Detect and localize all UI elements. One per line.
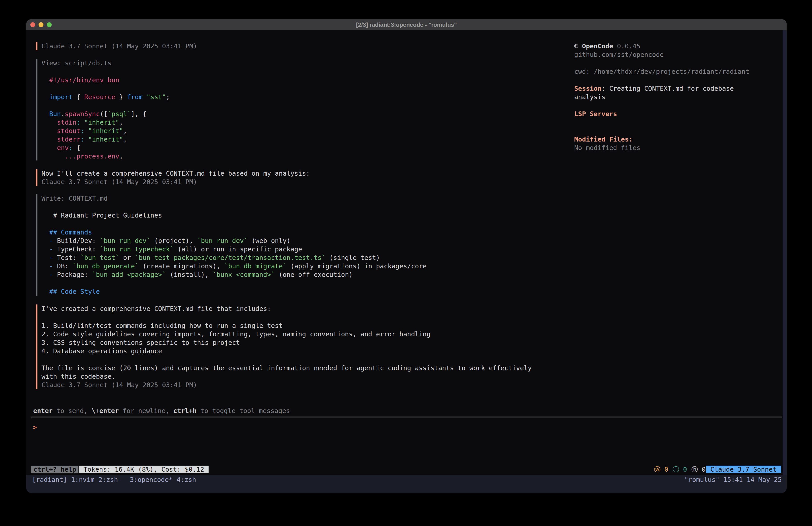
terminal-line: analysis bbox=[574, 93, 749, 101]
terminal-line: #!/usr/bin/env bun bbox=[41, 76, 170, 84]
terminal-line: # Radiant Project Guidelines bbox=[41, 211, 427, 219]
chat-block-tool-write-context-md: Write: CONTEXT.md # Radiant Project Guid… bbox=[36, 194, 427, 296]
terminal-line: The file is concise (20 lines) and captu… bbox=[41, 364, 532, 372]
terminal-line: © OpenCode 0.0.45 bbox=[574, 42, 749, 51]
terminal-line: Claude 3.7 Sonnet (14 May 2025 03:41 PM) bbox=[41, 381, 532, 389]
terminal-line: LSP Servers bbox=[574, 110, 749, 118]
terminal-line bbox=[574, 101, 749, 110]
terminal-line bbox=[41, 84, 170, 93]
terminal-line: 4. Database operations guidance bbox=[41, 347, 532, 355]
terminal-line bbox=[41, 203, 427, 211]
session-sidebar: © OpenCode 0.0.45github.com/sst/opencode… bbox=[574, 42, 749, 152]
terminal-line bbox=[574, 127, 749, 135]
terminal-line: stderr: "inherit", bbox=[41, 135, 170, 144]
terminal-line: I've created a comprehensive CONTEXT.md … bbox=[41, 304, 532, 313]
tmux-window-4zsh[interactable]: 4:zsh bbox=[177, 476, 196, 483]
scrollbar-track[interactable] bbox=[783, 30, 787, 475]
terminal-line bbox=[41, 101, 170, 110]
warning-count-icon: ⓦ 0 bbox=[654, 466, 668, 473]
terminal-line: View: script/db.ts bbox=[41, 59, 170, 67]
terminal-line: - Test: `bun test` or `bun test packages… bbox=[41, 253, 427, 262]
window-title: [2/3] radiant:3:opencode - "romulus" bbox=[26, 19, 787, 30]
terminal-line: enter to send, \+enter for newline, ctrl… bbox=[33, 407, 290, 415]
terminal-line: ...process.env, bbox=[41, 152, 170, 160]
terminal-line: Now I'll create a comprehensive CONTEXT.… bbox=[41, 169, 310, 177]
terminal-line bbox=[41, 219, 427, 228]
terminal-line: stdout: "inherit", bbox=[41, 127, 170, 135]
terminal-line: with this codebase. bbox=[41, 372, 532, 381]
terminal-line bbox=[574, 76, 749, 84]
tmux-window-3opencode[interactable]: 3:opencode* bbox=[130, 476, 173, 483]
chat-block-message-header-1: Claude 3.7 Sonnet (14 May 2025 03:41 PM) bbox=[36, 42, 197, 51]
terminal-line bbox=[41, 279, 427, 287]
model-badge: Claude 3.7 Sonnet bbox=[706, 466, 781, 473]
terminal-line: - DB: `bun db generate` (create migratio… bbox=[41, 262, 427, 270]
terminal-line: Write: CONTEXT.md bbox=[41, 194, 427, 203]
tmux-window-1nvim[interactable]: 1:nvim bbox=[71, 476, 95, 483]
status-bar: ctrl+? help Tokens: 16.4K (8%), Cost: $0… bbox=[26, 466, 787, 473]
terminal-line: No modified files bbox=[574, 144, 749, 152]
terminal-line: Modified Files: bbox=[574, 135, 749, 144]
terminal-line: Claude 3.7 Sonnet (14 May 2025 03:41 PM) bbox=[41, 42, 197, 51]
terminal-line: - TypeCheck: `bun run typecheck` (all) o… bbox=[41, 245, 427, 253]
terminal-line: Bun.spawnSync([`psql`], { bbox=[41, 110, 170, 118]
prompt-caret: > bbox=[33, 424, 37, 431]
terminal-line: 1. Build/lint/test commands including ho… bbox=[41, 322, 532, 330]
diagnostics-counters: ⓦ 0ⓘ 0ⓗ 0 bbox=[654, 466, 710, 473]
chat-block-tool-view-db-ts: View: script/db.ts #!/usr/bin/env bun im… bbox=[36, 59, 170, 160]
terminal-screen: Claude 3.7 Sonnet (14 May 2025 03:41 PM)… bbox=[26, 30, 787, 493]
terminal-window: [2/3] radiant:3:opencode - "romulus" Cla… bbox=[26, 19, 787, 493]
window-titlebar[interactable]: [2/3] radiant:3:opencode - "romulus" bbox=[26, 19, 787, 30]
terminal-line: github.com/sst/opencode bbox=[574, 51, 749, 59]
desktop: [2/3] radiant:3:opencode - "romulus" Cla… bbox=[0, 0, 812, 526]
terminal-line bbox=[574, 59, 749, 67]
terminal-line bbox=[41, 313, 532, 322]
terminal-line: import { Resource } from "sst"; bbox=[41, 93, 170, 101]
terminal-line bbox=[41, 67, 170, 76]
tmux-window-list: [radiant]1:nvim2:zsh-3:opencode*4:zsh bbox=[32, 475, 196, 484]
keybind-hint-line: enter to send, \+enter for newline, ctrl… bbox=[33, 407, 290, 415]
terminal-line: env: { bbox=[41, 144, 170, 152]
terminal-line: Claude 3.7 Sonnet (14 May 2025 03:41 PM) bbox=[41, 177, 310, 186]
terminal-line: - Package: `bun add <package>` (install)… bbox=[41, 270, 427, 279]
terminal-line: 2. Code style guidelines covering import… bbox=[41, 330, 532, 338]
terminal-line: ## Commands bbox=[41, 228, 427, 237]
tokens-cost-chip: Tokens: 16.4K (8%), Cost: $0.12 bbox=[79, 466, 208, 473]
help-chip: ctrl+? help bbox=[31, 466, 78, 473]
chat-block-message-text-1: Now I'll create a comprehensive CONTEXT.… bbox=[36, 169, 310, 186]
tmux-host-clock: "romulus" 15:41 14-May-25 bbox=[684, 475, 782, 484]
terminal-line: Session: Creating CONTEXT.md for codebas… bbox=[574, 84, 749, 93]
terminal-line: - Build/Dev: `bun run dev` (project), `b… bbox=[41, 237, 427, 245]
terminal-line: ## Code Style bbox=[41, 287, 427, 296]
terminal-line: stdin: "inherit", bbox=[41, 118, 170, 127]
input-divider bbox=[31, 416, 782, 417]
hint-count-icon: ⓗ 0 bbox=[692, 466, 706, 473]
tmux-session-name: [radiant] bbox=[32, 476, 67, 483]
chat-block-message-text-2: I've created a comprehensive CONTEXT.md … bbox=[36, 304, 532, 389]
tmux-status-bar: [radiant]1:nvim2:zsh-3:opencode*4:zsh "r… bbox=[26, 475, 787, 493]
terminal-line bbox=[574, 118, 749, 127]
terminal-line: cwd: /home/thdxr/dev/projects/radiant/ra… bbox=[574, 67, 749, 76]
terminal-line: 3. CSS styling conventions specific to t… bbox=[41, 338, 532, 347]
tmux-window-2zsh[interactable]: 2:zsh- bbox=[99, 476, 122, 483]
message-input[interactable]: > bbox=[33, 423, 777, 431]
terminal-line bbox=[41, 355, 532, 364]
info-count-icon: ⓘ 0 bbox=[673, 466, 687, 473]
